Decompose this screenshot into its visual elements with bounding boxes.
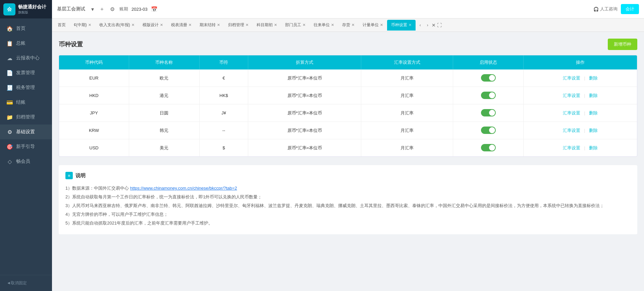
delete-link[interactable]: 删除 bbox=[589, 76, 598, 81]
tab-close-icon[interactable]: ✕ bbox=[303, 23, 306, 27]
col-code: 币种代码 bbox=[59, 55, 129, 69]
sidebar-item-archive[interactable]: 📁 归档管理 bbox=[0, 110, 52, 125]
sidebar-item-home[interactable]: 🏠 首页 bbox=[0, 21, 52, 36]
notice-section: ≡ 说明 1）数据来源：中国外汇交易中心 https://www.chinamo… bbox=[59, 165, 637, 234]
cell-symbol: J¥ bbox=[199, 104, 248, 122]
tab-income[interactable]: 收入支出表(年报) ✕ bbox=[95, 20, 139, 31]
tab-close-icon[interactable]: ✕ bbox=[409, 23, 412, 27]
toggle-enabled[interactable] bbox=[481, 109, 496, 116]
sidebar-item-member[interactable]: ◇ 畅会员 bbox=[0, 154, 52, 169]
cell-actions: 汇率设置 | 删除 bbox=[524, 139, 637, 157]
company-name: 基层工会测试 bbox=[57, 6, 85, 12]
sidebar-item-label: 总账 bbox=[16, 40, 25, 46]
tab-close-icon[interactable]: ✕ bbox=[88, 23, 91, 27]
delete-link[interactable]: 删除 bbox=[589, 110, 598, 115]
close-all-tabs-icon[interactable]: ✕ bbox=[432, 22, 436, 28]
tab-close-icon[interactable]: ✕ bbox=[217, 23, 220, 27]
cell-status bbox=[453, 69, 524, 87]
delete-link[interactable]: 删除 bbox=[589, 93, 598, 98]
tab-close-icon[interactable]: ✕ bbox=[189, 23, 192, 27]
logo-icon: 会 bbox=[3, 3, 15, 15]
rate-setting-link[interactable]: 汇率设置 bbox=[563, 76, 580, 81]
tabbar-navigation: ‹ › bbox=[417, 22, 431, 29]
tab-units[interactable]: 计量单位 ✕ bbox=[359, 20, 387, 31]
tab-currency[interactable]: 币种设置 ✕ bbox=[387, 20, 416, 31]
toggle-enabled[interactable] bbox=[481, 127, 496, 134]
cell-name: 美元 bbox=[129, 139, 199, 157]
archive-icon: 📁 bbox=[7, 114, 13, 120]
notice-item-2: 2）系统自动获取每月第一个工作日的汇率标价，统一为直接标价法，即1外币可以兑换的… bbox=[65, 193, 631, 201]
tab-close-icon[interactable]: ✕ bbox=[160, 23, 163, 27]
toggle-enabled[interactable] bbox=[481, 74, 496, 82]
notice-title: ≡ 说明 bbox=[65, 172, 631, 179]
sidebar-item-guide[interactable]: 🎯 新手引导 bbox=[0, 139, 52, 154]
cell-rate-type: 月汇率 bbox=[361, 122, 453, 139]
delete-link[interactable]: 删除 bbox=[589, 128, 598, 133]
tab-template[interactable]: 模版设计 ✕ bbox=[139, 20, 167, 31]
dropdown-icon[interactable]: ▾ bbox=[90, 5, 95, 14]
tab-partners[interactable]: 往来单位 ✕ bbox=[310, 20, 338, 31]
notice-item-3: 3）人民币对马来西亚林吉特、俄罗斯卢布、南非兰特、韩元、阿联酋迪拉姆、沙特里亚尔… bbox=[65, 201, 631, 210]
delete-link[interactable]: 删除 bbox=[589, 145, 598, 150]
tab-inventory[interactable]: 存货 ✕ bbox=[338, 20, 359, 31]
sidebar-item-checkout[interactable]: 💳 结账 bbox=[0, 95, 52, 110]
table-row: JPY 日圆 J¥ 原币*汇率=本位币 月汇率 汇率设置 | 删除 bbox=[59, 104, 637, 122]
tab-subjects[interactable]: 科目期初 ✕ bbox=[253, 20, 281, 31]
sidebar-item-label: 税务管理 bbox=[16, 85, 35, 91]
member-icon: ◇ bbox=[7, 158, 13, 164]
account-button[interactable]: 会计 bbox=[621, 4, 639, 14]
rate-setting-link[interactable]: 汇率设置 bbox=[563, 145, 580, 150]
tab-close-icon[interactable]: ✕ bbox=[246, 23, 249, 27]
tab-prev-arrow[interactable]: ‹ bbox=[417, 22, 424, 29]
rate-setting-link[interactable]: 汇率设置 bbox=[563, 128, 580, 133]
content-area: 币种设置 新增币种 币种代码 币种名称 币符 折算方式 汇率设置方式 启用状态 … bbox=[52, 32, 644, 291]
settings-icon: ⚙ bbox=[7, 129, 13, 135]
notice-link[interactable]: https://www.chinamoney.com.cn/chinese/bk… bbox=[130, 186, 237, 191]
tab-dept[interactable]: 部门员工 ✕ bbox=[281, 20, 310, 31]
tab-close-icon[interactable]: ✕ bbox=[331, 23, 334, 27]
rate-setting-link[interactable]: 汇率设置 bbox=[563, 93, 580, 98]
rate-setting-link[interactable]: 汇率设置 bbox=[563, 110, 580, 115]
cell-actions: 汇率设置 | 删除 bbox=[524, 122, 637, 139]
cell-status bbox=[453, 87, 524, 104]
page-title: 币种设置 bbox=[59, 40, 83, 48]
tab-close-icon[interactable]: ✕ bbox=[131, 23, 135, 27]
calendar-icon[interactable]: 📅 bbox=[151, 6, 158, 12]
sidebar: 会 畅捷通好会计 旗舰版 🏠 首页 📋 总账 ☁ 云报表中心 📄 发票管理 🧾 … bbox=[0, 0, 52, 291]
sidebar-item-label: 归档管理 bbox=[16, 114, 35, 120]
settings-gear-icon[interactable]: ⚙ bbox=[109, 5, 116, 14]
cell-conversion: 原币*汇率=本位币 bbox=[248, 69, 361, 87]
expand-icon[interactable]: ⛶ bbox=[437, 22, 442, 28]
add-tab-icon[interactable]: ＋ bbox=[98, 4, 106, 14]
tab-close-icon[interactable]: ✕ bbox=[352, 23, 355, 27]
col-rate-type: 汇率设置方式 bbox=[361, 55, 453, 69]
cell-status bbox=[453, 104, 524, 122]
sidebar-item-reports[interactable]: ☁ 云报表中心 bbox=[0, 51, 52, 65]
toggle-enabled[interactable] bbox=[481, 92, 496, 99]
new-currency-button[interactable]: 新增币种 bbox=[608, 39, 637, 50]
sidebar-item-invoice[interactable]: 📄 发票管理 bbox=[0, 65, 52, 80]
tab-next-arrow[interactable]: › bbox=[424, 22, 431, 29]
support-button[interactable]: 🎧 人工咨询 bbox=[593, 6, 618, 12]
notice-list: 1）数据来源：中国外汇交易中心 https://www.chinamoney.c… bbox=[65, 184, 631, 228]
sidebar-item-ledger[interactable]: 📋 总账 bbox=[0, 36, 52, 51]
sidebar-logo: 会 畅捷通好会计 旗舰版 bbox=[0, 0, 52, 18]
tab-period[interactable]: ¢(中期) ✕ bbox=[70, 20, 95, 31]
sidebar-item-tax[interactable]: 🧾 税务管理 bbox=[0, 80, 52, 95]
tab-archive[interactable]: 归档管理 ✕ bbox=[224, 20, 253, 31]
sidebar-item-settings[interactable]: ⚙ 基础设置 bbox=[0, 125, 52, 139]
notice-item-5: 5）系统只能自动抓取2021年度后的汇率，之前年度汇率需要用户手工维护。 bbox=[65, 219, 631, 228]
col-name: 币种名称 bbox=[129, 55, 199, 69]
tab-period-end[interactable]: 期末结转 ✕ bbox=[196, 20, 224, 31]
table-row: USD 美元 $ 原币*汇率=本位币 月汇率 汇率设置 | 删除 bbox=[59, 139, 637, 157]
currency-table-wrap: 币种代码 币种名称 币符 折算方式 汇率设置方式 启用状态 操作 EUR 欧元 … bbox=[59, 55, 637, 157]
tab-tax[interactable]: 税表清册 ✕ bbox=[167, 20, 196, 31]
tab-home[interactable]: 首页 bbox=[54, 20, 70, 31]
guide-icon: 🎯 bbox=[7, 144, 13, 150]
tab-close-icon[interactable]: ✕ bbox=[274, 23, 277, 27]
sidebar-nav: 🏠 首页 📋 总账 ☁ 云报表中心 📄 发票管理 🧾 税务管理 💳 结账 📁 归… bbox=[0, 18, 52, 275]
tab-close-icon[interactable]: ✕ bbox=[380, 23, 383, 27]
toggle-enabled[interactable] bbox=[481, 144, 496, 151]
sidebar-item-label: 畅会员 bbox=[16, 158, 30, 164]
sidebar-pin-toggle[interactable]: ◄取消固定 bbox=[0, 275, 52, 291]
